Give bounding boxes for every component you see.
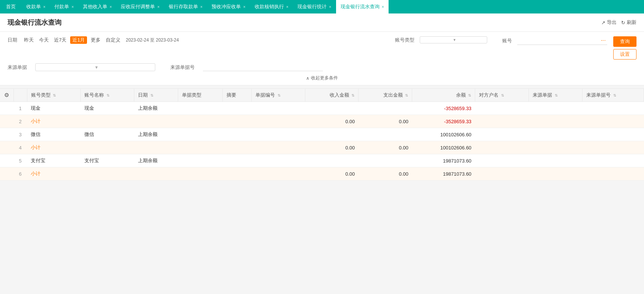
dots-icon[interactable]: ···	[601, 37, 606, 44]
cell-summary	[223, 128, 252, 141]
th-source-doc-label: 来源单据	[533, 92, 552, 98]
th-doc-no[interactable]: 单据编号 ⇅	[251, 89, 305, 102]
export-button[interactable]: ↗ 导出	[601, 19, 617, 26]
nav-tab-adjustment[interactable]: 应收应付调整单 ×	[116, 0, 164, 13]
th-account-name[interactable]: 账号名称 ⇅	[81, 89, 134, 102]
close-icon[interactable]: ×	[43, 4, 45, 9]
table-row: 4小计0.000.00100102606.60	[0, 141, 644, 154]
th-income[interactable]: 收入金额 ⇅	[305, 89, 359, 102]
sort-icon: ⇅	[278, 93, 281, 97]
sort-icon: ⇅	[468, 93, 471, 97]
query-button[interactable]: 查询	[613, 36, 636, 47]
close-icon[interactable]: ×	[110, 4, 112, 9]
th-source-doc-no-label: 来源单据号	[586, 92, 611, 98]
sort-icon: ⇅	[351, 93, 354, 97]
nav-tab-statistics[interactable]: 现金银行统计 ×	[293, 0, 336, 13]
cell-account-type: 小计	[27, 167, 81, 181]
settings-button[interactable]: 设置	[613, 49, 636, 60]
date-opt-custom[interactable]: 自定义	[104, 36, 122, 44]
account-type-select[interactable]: ▾	[420, 36, 487, 43]
source-doc-no-text-input[interactable]	[204, 64, 321, 70]
th-summary: 摘要	[223, 89, 252, 102]
cell-source-doc-no	[582, 128, 644, 141]
account-input[interactable]: ···	[517, 36, 607, 45]
th-income-label: 收入金额	[330, 92, 349, 98]
cell-settings	[0, 128, 14, 141]
cell-summary	[223, 115, 252, 128]
cell-rownum: 4	[14, 141, 27, 154]
account-text-input[interactable]	[519, 38, 601, 43]
cell-doc-type	[178, 115, 223, 128]
cell-income: 0.00	[305, 167, 359, 181]
close-icon[interactable]: ×	[286, 4, 288, 9]
date-opt-7days[interactable]: 近7天	[53, 36, 68, 44]
nav-tab-payments[interactable]: 付款单 ×	[50, 0, 78, 13]
date-opt-today[interactable]: 今天	[38, 36, 50, 44]
th-date[interactable]: 日期 ⇅	[134, 89, 178, 102]
th-source-doc[interactable]: 来源单据 ⇅	[529, 89, 582, 102]
cell-expense: 0.00	[359, 141, 412, 154]
cell-counterparty	[475, 115, 529, 128]
cell-account-name: 微信	[81, 128, 134, 141]
th-balance-label: 余额	[456, 92, 466, 98]
header-actions: ↗ 导出 ↻ 刷新	[601, 19, 636, 26]
nav-tab-flow-query[interactable]: 现金银行流水查询 ×	[336, 0, 389, 13]
close-icon[interactable]: ×	[200, 4, 203, 9]
table-row: 6小计0.000.0019871073.60	[0, 167, 644, 181]
cell-doc-no	[251, 102, 305, 115]
close-icon[interactable]: ×	[71, 4, 74, 9]
filter-area: 日期 昨天 今天 近7天 近1月 更多 自定义 2023-02-24 至 202…	[0, 32, 644, 85]
nav-home[interactable]: 首页	[0, 0, 22, 13]
collapse-icon: ∧	[306, 76, 309, 81]
cell-account-type: 微信	[27, 128, 81, 141]
th-balance[interactable]: 余额 ⇅	[412, 89, 475, 102]
date-options: 昨天 今天 近7天 近1月 更多 自定义 2023-02-24 至 2023-0…	[23, 36, 179, 44]
th-expense[interactable]: 支出金额 ⇅	[359, 89, 412, 102]
date-opt-more[interactable]: 更多	[89, 36, 102, 44]
th-doc-type-label: 单据类型	[182, 92, 201, 98]
collapse-bar[interactable]: ∧ 收起更多条件	[8, 73, 636, 82]
source-doc-select[interactable]: ▾	[35, 63, 155, 71]
nav-tab-verify[interactable]: 收款核销执行 ×	[250, 0, 293, 13]
cell-income: 0.00	[305, 141, 359, 154]
page-header: 现金银行流水查询 ↗ 导出 ↻ 刷新	[0, 13, 644, 32]
nav-tab-other-income[interactable]: 其他收入单 ×	[78, 0, 116, 13]
th-counterparty[interactable]: 对方户名 ⇅	[475, 89, 529, 102]
th-account-type[interactable]: 账号类型 ⇅	[27, 89, 81, 102]
nav-tab-prepay[interactable]: 预收冲应收单 ×	[207, 0, 250, 13]
th-account-type-label: 账号类型	[31, 92, 51, 98]
th-settings[interactable]: ⚙	[0, 89, 14, 102]
close-icon[interactable]: ×	[329, 4, 331, 9]
cell-date: 上期余额	[134, 102, 178, 115]
date-opt-yesterday[interactable]: 昨天	[23, 36, 35, 44]
th-source-doc-no[interactable]: 来源单据号 ⇅	[582, 89, 644, 102]
cell-summary	[223, 141, 252, 154]
date-range-display: 2023-02-24 至 2023-03-24	[126, 37, 179, 43]
source-doc-no-input[interactable]	[203, 64, 323, 71]
cell-account-name	[81, 115, 134, 128]
gear-icon[interactable]: ⚙	[4, 92, 9, 98]
nav-tab-receipts[interactable]: 收款单 ×	[22, 0, 50, 13]
nav-tab-bank-deposit[interactable]: 银行存取款单 ×	[164, 0, 207, 13]
sort-icon: ⇅	[53, 93, 56, 97]
top-navigation: 首页 收款单 × 付款单 × 其他收入单 × 应收应付调整单 × 银行存取款单 …	[0, 0, 644, 13]
cell-balance: 100102606.60	[412, 128, 475, 141]
refresh-button[interactable]: ↻ 刷新	[621, 19, 636, 26]
cell-summary	[223, 102, 252, 115]
table-header: ⚙ 账号类型 ⇅ 账号名称 ⇅ 日期 ⇅ 单据类型	[0, 89, 644, 102]
date-opt-1month[interactable]: 近1月	[70, 36, 87, 44]
cell-rownum: 2	[14, 115, 27, 128]
cell-doc-no	[251, 154, 305, 167]
cell-expense: 0.00	[359, 167, 412, 181]
close-icon[interactable]: ×	[157, 4, 159, 9]
cell-source-doc	[529, 167, 582, 181]
close-icon[interactable]: ×	[243, 4, 245, 9]
close-icon[interactable]: ×	[382, 4, 384, 9]
table-row: 1现金现金上期余额-3528659.33	[0, 102, 644, 115]
cell-source-doc-no	[582, 141, 644, 154]
date-filter-label: 日期	[8, 37, 17, 43]
cell-date: 上期余额	[134, 154, 178, 167]
cell-doc-type	[178, 102, 223, 115]
th-date-label: 日期	[138, 92, 148, 98]
cell-settings	[0, 102, 14, 115]
